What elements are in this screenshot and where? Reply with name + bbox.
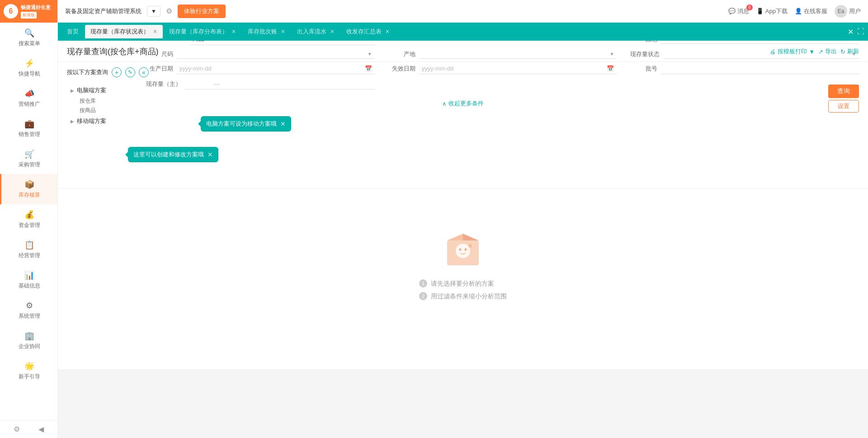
exp-date-field[interactable]: yyyy-mm-dd 📅	[419, 63, 617, 74]
filter-row-batch: 批号	[630, 63, 859, 74]
filter-row-stock-status: 现存量状态 ▼	[630, 50, 859, 59]
sidebar-item-base[interactable]: 📊 基础信息	[0, 265, 57, 295]
tab-batch-ledger[interactable]: 库存批次账 ✕	[242, 25, 291, 38]
edit-scheme-btn[interactable]: ✎	[125, 67, 135, 77]
scheme-item-mobile[interactable]: ▶ 移动端方案	[67, 115, 139, 127]
product-field[interactable]: 商品 ···	[190, 41, 374, 45]
stock-main-min[interactable]	[185, 79, 212, 89]
exp-date-calendar-icon[interactable]: 📅	[607, 65, 614, 72]
tab-close-inventory-dist[interactable]: ✕	[231, 28, 236, 35]
empty-state-container: 1 请先选择要分析的方案 2 用过滤条件来缩小分析范围	[58, 188, 868, 369]
topbar: 装备及固定资产辅助管理系统 ▼ ⚙ 体验行业方案 💬 消息 6 📱 App下载 …	[58, 0, 868, 23]
tab-in-out[interactable]: 出入库流水 ✕	[292, 25, 340, 38]
filter-row-stock-main: 现存量（主） —	[146, 79, 375, 89]
shortcut-icon: ⚡	[24, 58, 34, 68]
product-dots2[interactable]: ···	[363, 41, 372, 42]
sidebar-item-guide[interactable]: 🌟 新手引导	[0, 356, 57, 386]
message-btn[interactable]: 💬 消息 6	[728, 7, 749, 15]
content-area: 现存量查询(按仓库+商品) 🖨 按模板打印 ▼ ↗ 导出 ↻ 刷新	[58, 41, 868, 438]
origin-field[interactable]: ▼	[419, 50, 617, 59]
size-field[interactable]: ▼	[177, 50, 375, 59]
sidebar-item-shortcut[interactable]: ⚡ 快捷导航	[0, 53, 57, 83]
tab-close-batch-ledger[interactable]: ✕	[281, 28, 285, 35]
tooltip-edit-scheme: 这里可以创建和修改方案哦 ✕	[128, 147, 218, 162]
scheme-list: ▶ 电脑端方案 按仓库 按商品 ▶ 移动端方案	[67, 85, 139, 127]
scheme-arrow: ▶	[71, 88, 74, 93]
scheme-sub-item: 按仓库 按商品	[67, 96, 139, 115]
tooltip-edit-close[interactable]: ✕	[208, 151, 213, 158]
industry-btn[interactable]: 体验行业方案	[178, 5, 226, 18]
tab-close-all[interactable]: ✕	[848, 28, 854, 36]
batch-input[interactable]	[661, 63, 859, 74]
stock-status-dropdown-icon: ▼	[852, 52, 856, 57]
empty-state-illustration	[438, 225, 488, 270]
tab-close-in-out[interactable]: ✕	[330, 28, 335, 35]
svg-point-4	[459, 249, 462, 251]
main-area: 装备及固定资产辅助管理系统 ▼ ⚙ 体验行业方案 💬 消息 6 📱 App下载 …	[58, 0, 868, 438]
sidebar-item-enterprise[interactable]: 🏢 企业协同	[0, 325, 57, 356]
tab-inventory-status[interactable]: 现存量（库存状况表） ✕	[85, 25, 163, 38]
sidebar: 6 畅捷通好生意 标准版 🔍 搜索菜单 ⚡ 快捷导航 📣 营销推广 💼 销售管理…	[0, 0, 58, 438]
sidebar-item-inventory[interactable]: 📦 库存核算	[0, 174, 57, 204]
add-scheme-btn[interactable]: +	[112, 67, 122, 77]
guide-icon: 🌟	[24, 361, 34, 371]
user-menu[interactable]: Ea 用户	[835, 5, 861, 18]
empty-tips: 1 请先选择要分析的方案 2 用过滤条件来缩小分析范围	[419, 277, 507, 302]
filter-fields: ··· 商品 ··· 颜色 ▼	[146, 41, 859, 89]
tooltip-add-close[interactable]: ✕	[280, 120, 286, 127]
tab-expand[interactable]: ⛶	[857, 28, 864, 36]
tabbar: 首页 现存量（库存状况表） ✕ 现存量（库存分布表） ✕ 库存批次账 ✕ 出入库…	[58, 23, 868, 41]
search-btn[interactable]: 查询	[828, 85, 859, 98]
sidebar-item-marketing[interactable]: 📣 营销推广	[0, 83, 57, 113]
prod-date-field[interactable]: yyyy-mm-dd 📅	[177, 63, 375, 74]
support-icon: 👤	[795, 8, 802, 14]
sidebar-item-operations[interactable]: 📋 经营管理	[0, 235, 57, 265]
filter-panel: 按以下方案查询 + ✎ « ▶ 电脑端方案 按仓库 按	[58, 62, 868, 188]
app-download-btn[interactable]: 📱 App下载	[756, 7, 788, 15]
finance-icon: 💰	[24, 210, 34, 220]
filter-row-size: 尺码 ▼	[146, 50, 375, 59]
step-num-1: 1	[419, 279, 427, 287]
color-field[interactable]: ▼	[661, 41, 859, 44]
system-select[interactable]: ▼	[147, 6, 160, 17]
sidebar-item-system[interactable]: ⚙ 系统管理	[0, 295, 57, 325]
set-btn[interactable]: 设置	[828, 100, 859, 113]
sidebar-item-sales[interactable]: 💼 销售管理	[0, 113, 57, 144]
prod-date-calendar-icon[interactable]: 📅	[365, 65, 372, 72]
scheme-item-desktop[interactable]: ▶ 电脑端方案	[67, 85, 139, 96]
sidebar-logo: 6 畅捷通好生意 标准版	[0, 0, 57, 23]
filter-row-origin: 产地 ▼	[388, 50, 617, 59]
scheme-sub-label: 按仓库	[76, 96, 139, 106]
tab-inventory-dist[interactable]: 现存量（库存分布表） ✕	[164, 25, 241, 38]
sidebar-nav: 🔍 搜索菜单 ⚡ 快捷导航 📣 营销推广 💼 销售管理 🛒 采购管理 📦 库存核…	[0, 23, 57, 420]
edit-icon: ✎	[128, 69, 132, 75]
purchase-icon: 🛒	[24, 149, 34, 159]
sidebar-item-search[interactable]: 🔍 搜索菜单	[0, 23, 57, 53]
collapse-more-btn[interactable]: ∧ 收起更多条件	[67, 94, 859, 113]
sidebar-item-purchase[interactable]: 🛒 采购管理	[0, 144, 57, 174]
settings-gear-icon[interactable]: ⚙	[166, 7, 172, 15]
stock-main-max[interactable]	[222, 79, 249, 89]
online-support-btn[interactable]: 👤 在线客服	[795, 7, 827, 15]
empty-tip-2: 2 用过滤条件来缩小分析范围	[419, 290, 507, 302]
origin-dropdown-icon: ▼	[609, 52, 614, 57]
inventory-icon: 📦	[24, 179, 34, 189]
sidebar-collapse-btn[interactable]: ◀	[38, 425, 44, 433]
sales-icon: 💼	[24, 119, 34, 129]
system-icon: ⚙	[26, 301, 33, 311]
plus-icon: +	[115, 69, 118, 76]
tab-close-inventory-status[interactable]: ✕	[153, 28, 157, 35]
sidebar-settings-btn[interactable]: ⚙	[14, 425, 20, 433]
product-dots[interactable]: ···	[177, 41, 186, 43]
marketing-icon: 📣	[24, 89, 34, 99]
svg-point-5	[465, 249, 467, 251]
enterprise-icon: 🏢	[24, 331, 34, 341]
svg-marker-2	[463, 234, 479, 240]
stock-status-field[interactable]: ▼	[663, 50, 859, 59]
filter-row-color: 颜色 ▼	[630, 41, 859, 45]
tab-home[interactable]: 首页	[61, 25, 84, 38]
tab-close-collect[interactable]: ✕	[385, 28, 390, 35]
sidebar-item-finance[interactable]: 💰 资金管理	[0, 204, 57, 235]
tab-collect[interactable]: 收发存汇总表 ✕	[341, 25, 395, 38]
empty-state: 1 请先选择要分析的方案 2 用过滤条件来缩小分析范围	[58, 188, 868, 339]
